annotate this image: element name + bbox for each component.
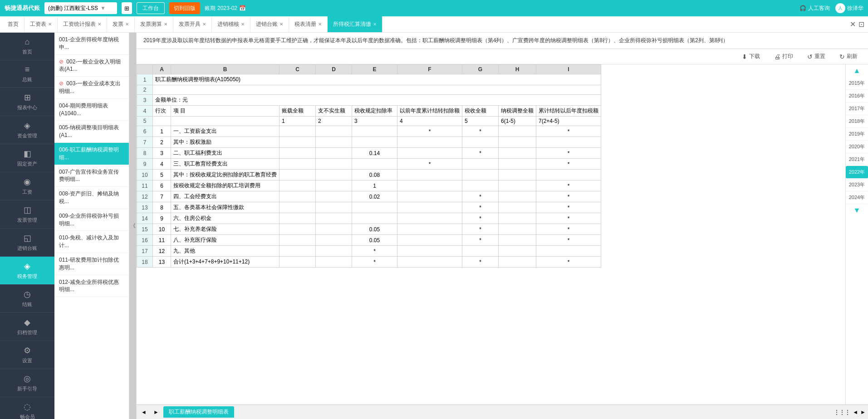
subnav-item-001[interactable]: 001-企业所得税年度纳税申...: [54, 33, 129, 55]
user-menu[interactable]: 人 徐泽华: [835, 3, 863, 13]
sidebar-item-new-guide[interactable]: ◎ 新手引导: [0, 369, 54, 397]
close-icon[interactable]: ✕: [48, 22, 52, 27]
sidebar-item-payroll[interactable]: ◉ 工资: [0, 172, 54, 200]
more-dots-icon[interactable]: ⋮⋮⋮: [834, 409, 850, 415]
col-zhangzai: 账载全额: [280, 106, 316, 117]
sidebar-item-fixed-assets[interactable]: ◧ 固定资产: [0, 144, 54, 172]
subnav-item-005[interactable]: 005-纳税调整项目明细表(A1...: [54, 121, 129, 143]
close-icon[interactable]: ✕: [373, 22, 377, 27]
sidebar-item-tax-mgmt[interactable]: ◈ 税务管理: [0, 257, 54, 285]
sidebar-item-asset-mgmt[interactable]: ◈ 资金管理: [0, 116, 54, 144]
year-item-2018[interactable]: 2018年: [846, 115, 868, 128]
tab-payroll[interactable]: 工资表 ✕: [25, 16, 58, 32]
year-item-2015[interactable]: 2015年: [846, 77, 868, 90]
close-icon[interactable]: ✕: [318, 22, 322, 27]
tab-invoice-open[interactable]: 发票开具 ✕: [173, 16, 212, 32]
subnav-item-009[interactable]: 009-企业所得税弥补亏损明细...: [54, 209, 129, 231]
table-row[interactable]: 13 8 五、各类基本社会保障性缴款 * *: [137, 202, 601, 213]
close-window-icon[interactable]: ✕: [850, 20, 856, 29]
year-item-2020[interactable]: 2020年: [846, 141, 868, 153]
close-icon[interactable]: ✕: [125, 22, 129, 27]
col-header-I: I: [536, 65, 601, 74]
reset-button[interactable]: ↺ 重置: [804, 51, 829, 62]
subnav-007-label: 007-广告宣传和业务宣传费明细...: [59, 169, 119, 183]
sidebar-item-home[interactable]: ⌂ 首页: [0, 33, 54, 60]
maximize-icon[interactable]: ⊡: [858, 20, 864, 29]
main-content: 001-企业所得税年度纳税申... ⊘ 002-一般企业收入明细表(A1... …: [54, 33, 868, 419]
sidebar-item-settlement[interactable]: ◷ 结账: [0, 285, 54, 313]
table-row[interactable]: 11 6 按税收规定全额扣除的职工培训费用 1 *: [137, 180, 601, 191]
year-item-2024[interactable]: 2024年: [846, 191, 868, 204]
subnav-item-007[interactable]: 007-广告宣传和业务宣传费明细...: [54, 165, 129, 187]
close-icon[interactable]: ✕: [164, 22, 167, 27]
close-icon[interactable]: ✕: [202, 22, 206, 27]
sidebar-item-invoice-mgmt[interactable]: ◫ 发票管理: [0, 200, 54, 229]
year-scroll-up[interactable]: ▲: [846, 64, 868, 77]
subnav-item-003[interactable]: ⊘ 003-一般企业成本支出明细...: [54, 77, 129, 99]
subnav-item-008[interactable]: 008-资产折旧、摊销及纳税...: [54, 187, 129, 209]
close-icon[interactable]: ✕: [241, 22, 245, 27]
table-row[interactable]: 18 13 合计(1+3+4+7+8+9+10+11+12) * * *: [137, 257, 601, 268]
subnav-item-010[interactable]: 010-免税、减计收入及加计...: [54, 231, 129, 253]
subnav-item-004[interactable]: 004-期间费用明细表(A1040...: [54, 99, 129, 121]
sales-icon: ◱: [24, 233, 31, 243]
scroll-right-icon[interactable]: ►: [860, 409, 866, 415]
table-row[interactable]: 9 4 三、职工教育经费支出 * *: [137, 159, 601, 170]
table-row[interactable]: 10 5 其中：按税收规定比例扣除的职工教育经费 0.08: [137, 170, 601, 180]
year-item-2022[interactable]: 2022年: [846, 166, 868, 179]
collapse-button[interactable]: 《: [129, 33, 137, 419]
calendar-icon[interactable]: 📅: [239, 5, 246, 11]
sheet-main[interactable]: A B C D E F G H I: [137, 64, 845, 404]
sidebar-item-report-center[interactable]: ⊞ 报表中心: [0, 88, 54, 116]
col-num-1: 1: [280, 117, 316, 126]
main-layout: ⌂ 首页 ≡ 总账 ⊞ 报表中心 ◈ 资金管理 ◧ 固定资产 ◉ 工资 ◫ 发票…: [0, 33, 868, 419]
year-item-2016[interactable]: 2016年: [846, 90, 868, 102]
year-scroll-down[interactable]: ▼: [846, 204, 868, 217]
sheet-nav-left[interactable]: ◄: [139, 409, 149, 415]
table-row[interactable]: 6 1 一、工资薪金支出 * * *: [137, 126, 601, 137]
subnav-item-012[interactable]: 012-减免企业所得税优惠明细...: [54, 275, 129, 297]
sidebar-sales-purchase-label: 进销台账: [17, 245, 37, 252]
sidebar-item-sales-purchase[interactable]: ◱ 进销台账: [0, 229, 54, 257]
subnav-011-label: 011-研发费用加计扣除优惠明...: [59, 257, 119, 271]
download-button[interactable]: ⬇ 下载: [738, 51, 764, 62]
support-link[interactable]: 🎧 人工客询: [799, 5, 830, 12]
table-row[interactable]: 17 12 九、其他 *: [137, 246, 601, 257]
subnav-item-002[interactable]: ⊘ 002-一般企业收入明细表(A1...: [54, 55, 129, 77]
table-row[interactable]: 7 2 其中：股权激励: [137, 137, 601, 148]
sidebar-item-general-ledger[interactable]: ≡ 总账: [0, 60, 54, 88]
copy-button[interactable]: ⊞: [122, 2, 132, 14]
tab-invoice[interactable]: 发票 ✕: [107, 16, 135, 32]
sheet-nav-right[interactable]: ►: [151, 409, 161, 415]
sidebar-item-member[interactable]: ◌ 畅会员: [0, 397, 54, 419]
close-icon[interactable]: ✕: [280, 22, 283, 27]
tab-payroll-report[interactable]: 工资统计报表 ✕: [58, 16, 107, 32]
sidebar-item-settings[interactable]: ⚙ 设置: [0, 341, 54, 369]
tab-sales-ledger[interactable]: 进销台账 ✕: [250, 16, 289, 32]
table-row[interactable]: 8 3 二、职工福利费支出 0.14 * *: [137, 148, 601, 159]
year-item-2019[interactable]: 2019年: [846, 128, 868, 141]
workspace-button[interactable]: 工作台: [137, 2, 165, 14]
company-selector[interactable]: (勿删) 江西毅宝-LSS ▼: [44, 2, 117, 14]
close-icon[interactable]: ✕: [98, 22, 101, 27]
sidebar-item-archive-mgmt[interactable]: ◆ 归档管理: [0, 313, 54, 341]
scroll-left-icon[interactable]: ◄: [853, 409, 858, 415]
sheet-tab-active[interactable]: 职工薪酬纳税调整明细表: [163, 406, 234, 418]
year-item-2017[interactable]: 2017年: [846, 102, 868, 115]
subnav-item-006[interactable]: 006-职工薪酬纳税调整明细...: [54, 143, 129, 165]
print-button[interactable]: 🖨 打印: [770, 51, 797, 62]
period-toggle-button[interactable]: 切到旧版: [169, 2, 200, 14]
year-item-2021[interactable]: 2021年: [846, 153, 868, 166]
table-row[interactable]: 14 9 六、住房公积金 * *: [137, 213, 601, 224]
table-row[interactable]: 12 7 四、工会经费支出 0.02 * *: [137, 191, 601, 202]
subnav-item-011[interactable]: 011-研发费用加计扣除优惠明...: [54, 253, 129, 275]
year-item-2023[interactable]: 2023年: [846, 179, 868, 191]
tab-tax-summary[interactable]: 所得税汇算清缴 ✕: [328, 16, 383, 32]
table-row[interactable]: 16 11 八、补充医疗保险 0.05 * *: [137, 235, 601, 246]
refresh-button[interactable]: ↻ 刷新: [836, 51, 861, 62]
tab-tax-clear[interactable]: 税表清册 ✕: [289, 16, 328, 32]
tab-purchase-check[interactable]: 进销稽核 ✕: [212, 16, 250, 32]
table-row[interactable]: 15 10 七、补充养老保险 0.05 * *: [137, 224, 601, 235]
tab-invoice-calc[interactable]: 发票测算 ✕: [135, 16, 173, 32]
tab-home[interactable]: 首页: [2, 16, 25, 32]
